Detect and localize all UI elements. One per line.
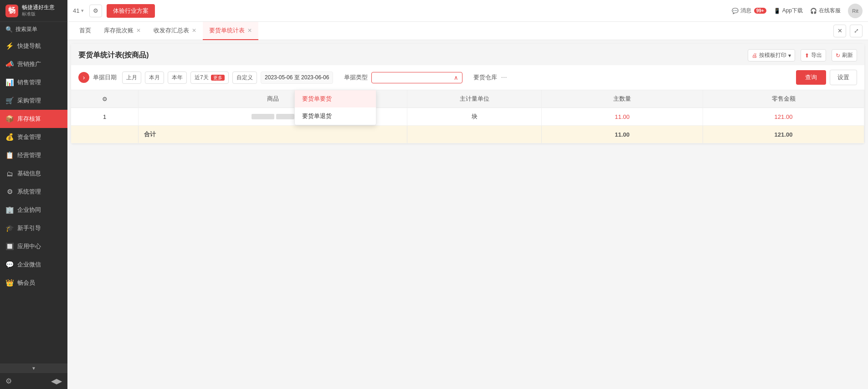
tab-close-yaohuo[interactable]: ✕	[247, 27, 252, 34]
service-icon: 🎧	[810, 8, 817, 14]
data-table: ⚙ 商品 主计量单位 主数量 零售金额 1	[71, 90, 864, 143]
sidebar: 畅 畅捷通好生意 标准版 🔍 搜索菜单 ⚡ 快捷导航 📣 营销推广 📊 销售管理…	[0, 0, 67, 389]
yingxiao-icon: 📣	[5, 60, 14, 68]
xinshou-icon: 🎓	[5, 224, 14, 232]
jichu-icon: 🗂	[5, 170, 14, 178]
date-this-month-btn[interactable]: 本月	[145, 72, 164, 84]
topbar-settings-btn[interactable]: ⚙	[89, 5, 102, 17]
sidebar-item-label: 资金管理	[17, 133, 41, 141]
row-qty: 11.00	[542, 108, 703, 126]
sidebar-item-yingxiao[interactable]: 📣 营销推广	[0, 55, 67, 73]
type-filter-input[interactable]	[375, 74, 454, 81]
sidebar-item-xitong[interactable]: ⚙ 系统管理	[0, 183, 67, 201]
type-filter-input-wrapper[interactable]: ∧	[371, 72, 462, 83]
date-last-month-btn[interactable]: 上月	[122, 72, 141, 84]
settings-btn[interactable]: 设置	[830, 70, 857, 85]
caigou-icon: 🛒	[5, 97, 14, 105]
col-unit-header: 主计量单位	[407, 90, 542, 108]
sidebar-item-label: 采购管理	[17, 97, 41, 105]
sidebar-scroll-down[interactable]: ▼	[0, 363, 67, 373]
messages-label: 消息	[740, 7, 751, 15]
sidebar-item-jichu[interactable]: 🗂 基础信息	[0, 164, 67, 183]
warehouse-dots-btn[interactable]: ···	[501, 73, 507, 82]
print-dropdown-icon: ▾	[788, 52, 791, 59]
jingying-icon: 📋	[5, 151, 14, 159]
user-avatar[interactable]: Rit	[848, 4, 863, 18]
footer-settings-icon[interactable]: ⚙	[5, 377, 12, 385]
tab-kucunpici[interactable]: 库存批次账 ✕	[98, 22, 147, 40]
page-content: 要货单统计表(按商品) 🖨 按模板打印 ▾ ⬆ 导出 ↻ 刷新	[67, 40, 868, 389]
messages-action[interactable]: 💬 消息 99+	[732, 7, 766, 15]
date-range-display: 2023-05-06 至 2023-06-06	[261, 72, 333, 84]
hot-badge: 更多	[211, 75, 225, 81]
xiaoshou-icon: 📊	[5, 78, 14, 87]
tab-close-kucunpici[interactable]: ✕	[136, 27, 141, 34]
sidebar-item-yingyong[interactable]: 🔲 应用中心	[0, 237, 67, 256]
sidebar-item-label: 快捷导航	[17, 42, 41, 50]
sidebar-item-kucun[interactable]: 📦 库存核算	[0, 110, 67, 128]
sidebar-item-label: 系统管理	[17, 188, 41, 196]
tabbar: 首页 库存批次账 ✕ 收发存汇总表 ✕ 要货单统计表 ✕ ✕ ⤢	[67, 22, 868, 40]
sidebar-item-qiye[interactable]: 🏢 企业协同	[0, 201, 67, 219]
export-btn[interactable]: ⬆ 导出	[801, 49, 826, 61]
tab-expand-btn[interactable]: ⤢	[850, 25, 863, 37]
sidebar-item-weixin[interactable]: 💬 企业微信	[0, 256, 67, 274]
warehouse-filter-label: 要货仓库	[473, 73, 497, 82]
sidebar-logo: 畅 畅捷通好生意 标准版	[0, 0, 67, 22]
table-header-row: ⚙ 商品 主计量单位 主数量 零售金额	[71, 90, 864, 108]
date-7days-btn[interactable]: 近7天 更多	[190, 72, 229, 84]
type-caret-icon[interactable]: ∧	[454, 74, 458, 81]
main-content: 41 ▾ ⚙ 体验行业方案 💬 消息 99+ 📱 App下载 🎧 在线客服	[67, 0, 868, 389]
tab-close-all-btn[interactable]: ✕	[833, 25, 846, 37]
logo-icon: 畅	[5, 5, 18, 17]
sidebar-item-label: 营销推广	[17, 60, 41, 68]
dropdown-item-yaohuo-danquo[interactable]: 要货单要货	[295, 90, 376, 107]
sidebar-item-xinshou[interactable]: 🎓 新手引导	[0, 219, 67, 237]
logo-title: 畅捷通好生意	[22, 4, 55, 11]
sidebar-item-label: 库存核算	[17, 115, 41, 123]
filter-expand-btn[interactable]: ›	[78, 72, 89, 83]
dropdown-item-yaohuo-tuihuo[interactable]: 要货单退货	[295, 107, 376, 125]
tab-shoufayuhui[interactable]: 收发存汇总表 ✕	[147, 22, 203, 40]
total-qty: 11.00	[542, 126, 703, 143]
store-number: 41	[73, 7, 79, 14]
app-download-action[interactable]: 📱 App下载	[774, 7, 803, 15]
col-settings-icon[interactable]: ⚙	[102, 96, 108, 102]
app-icon: 📱	[774, 8, 781, 14]
app-label: App下载	[782, 7, 803, 15]
sidebar-nav: ⚡ 快捷导航 📣 营销推广 📊 销售管理 🛒 采购管理 📦 库存核算 💰 资金管…	[0, 37, 67, 363]
sidebar-search-label: 搜索菜单	[15, 26, 37, 33]
customer-service-action[interactable]: 🎧 在线客服	[810, 7, 841, 15]
col-settings-header: ⚙	[71, 90, 139, 108]
sidebar-search[interactable]: 🔍 搜索菜单	[0, 22, 67, 37]
type-filter-label: 单据类型	[344, 73, 368, 82]
sidebar-footer: ⚙ ◀▶	[0, 373, 67, 389]
sidebar-item-label: 经营管理	[17, 151, 41, 159]
tab-close-shoufayuhui[interactable]: ✕	[192, 27, 196, 34]
trial-button[interactable]: 体验行业方案	[107, 4, 155, 18]
date-this-year-btn[interactable]: 本年	[168, 72, 187, 84]
sidebar-item-caigou[interactable]: 🛒 采购管理	[0, 92, 67, 110]
row-unit: 块	[407, 108, 542, 126]
sidebar-item-kuaijie[interactable]: ⚡ 快捷导航	[0, 37, 67, 55]
query-btn[interactable]: 查询	[796, 70, 826, 85]
tab-yaohuo[interactable]: 要货单统计表 ✕	[203, 22, 258, 40]
sidebar-item-xiaoshou[interactable]: 📊 销售管理	[0, 73, 67, 92]
refresh-btn[interactable]: ↻ 刷新	[832, 49, 857, 61]
sidebar-item-zijin[interactable]: 💰 资金管理	[0, 128, 67, 146]
date-custom-btn[interactable]: 自定义	[232, 72, 257, 84]
type-dropdown-menu: 要货单要货 要货单退货	[294, 90, 376, 125]
tab-home[interactable]: 首页	[73, 22, 98, 40]
footer-toggle-icon[interactable]: ◀▶	[51, 377, 62, 385]
sidebar-item-huiyuan[interactable]: 👑 畅会员	[0, 274, 67, 292]
yingyong-icon: 🔲	[5, 242, 14, 251]
sidebar-item-jingying[interactable]: 📋 经营管理	[0, 146, 67, 164]
qiye-icon: 🏢	[5, 206, 14, 214]
total-amount: 121.00	[703, 126, 864, 143]
store-selector[interactable]: 41 ▾	[73, 7, 84, 14]
sidebar-item-label: 畅会员	[17, 279, 35, 287]
print-icon: 🖨	[752, 52, 757, 59]
row-no: 1	[71, 108, 139, 126]
refresh-icon: ↻	[836, 52, 840, 59]
print-template-btn[interactable]: 🖨 按模板打印 ▾	[748, 49, 795, 61]
